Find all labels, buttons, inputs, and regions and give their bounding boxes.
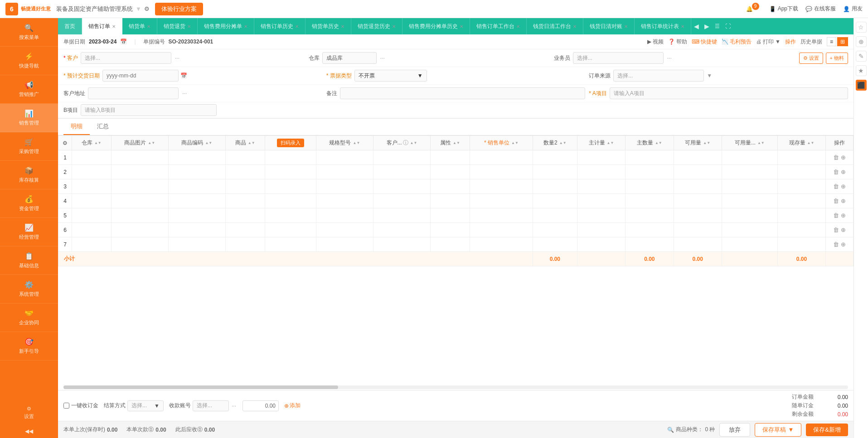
col-main-unit[interactable]: 主计量▲▼ bbox=[577, 136, 625, 150]
customer-input[interactable]: 选择... bbox=[81, 52, 171, 64]
view-card-button[interactable]: ⊞ bbox=[837, 37, 848, 46]
profit-button[interactable]: 📉 毛利预告 bbox=[722, 38, 752, 46]
sidebar-settings-button[interactable]: ⚙ 设置 bbox=[0, 401, 58, 424]
col-warehouse[interactable]: 仓库▲▼ bbox=[72, 136, 112, 150]
row-delete-button[interactable]: 🗑 bbox=[833, 226, 839, 233]
col-customer-code[interactable]: 客户... ⓘ▲▼ bbox=[373, 136, 430, 150]
tab-order-workbench[interactable]: 销售订单工作台 ✕ bbox=[470, 18, 527, 34]
col-current[interactable]: 现存量▲▼ bbox=[777, 136, 825, 150]
tab-order-history[interactable]: 销售订单历史 ✕ bbox=[254, 18, 305, 34]
view-video-button[interactable]: ▶ 视频 bbox=[647, 38, 664, 46]
calendar-icon[interactable]: 📅 bbox=[180, 72, 187, 79]
history-button[interactable]: 历史单据 bbox=[800, 38, 822, 46]
online-service-button[interactable]: 💬 在线客服 bbox=[805, 5, 836, 13]
shortcut-button[interactable]: ⌨ 快捷键 bbox=[692, 38, 717, 46]
a-project-input[interactable]: 请输入A项目 bbox=[610, 87, 848, 99]
sidebar-item-purchase[interactable]: 🛒 采购管理 bbox=[0, 132, 58, 161]
staff-more-button[interactable]: ··· bbox=[666, 55, 673, 61]
tab-fullscreen-button[interactable]: ⛶ bbox=[723, 18, 733, 34]
invoice-type-select[interactable]: 不开票 ▼ bbox=[354, 70, 427, 82]
tab-expense-history[interactable]: 销售费用分摊单历史 ✕ bbox=[402, 18, 470, 34]
sidebar-item-guide[interactable]: 🎯 新手引导 bbox=[0, 332, 58, 361]
tab-stats[interactable]: 销售订单统计表 ✕ bbox=[635, 18, 691, 34]
tab-return-history[interactable]: 销货退货历史 ✕ bbox=[351, 18, 402, 34]
tab-invoice-history[interactable]: 销货单历史 ✕ bbox=[305, 18, 351, 34]
tab-sales-expense[interactable]: 销售费用分摊单 ✕ bbox=[198, 18, 254, 34]
tab-close-icon[interactable]: ✕ bbox=[460, 24, 463, 29]
tab-close-icon[interactable]: ✕ bbox=[516, 24, 520, 29]
industry-plan-button[interactable]: 体验行业方案 bbox=[155, 3, 203, 15]
warehouse-input[interactable]: 成品库 bbox=[322, 52, 377, 64]
col-product[interactable]: 商品▲▼ bbox=[225, 136, 265, 150]
sidebar-item-basic[interactable]: 📋 基础信息 bbox=[0, 246, 58, 275]
row-copy-button[interactable]: ⊕ bbox=[841, 212, 846, 219]
tab-detail[interactable]: 明细 bbox=[63, 119, 90, 135]
save-draft-button[interactable]: 保存草稿 ▼ bbox=[755, 423, 801, 437]
tab-close-icon[interactable]: ✕ bbox=[244, 24, 247, 29]
horizontal-scrollbar[interactable] bbox=[58, 385, 853, 390]
tab-close-icon[interactable]: ✕ bbox=[624, 24, 628, 29]
calendar-icon[interactable]: 📅 bbox=[120, 39, 127, 45]
tab-close-icon[interactable]: ✕ bbox=[147, 24, 150, 29]
row-copy-button[interactable]: ⊕ bbox=[841, 183, 846, 190]
settings-icon[interactable]: ⚙ bbox=[63, 140, 68, 146]
material-button[interactable]: + 物料 bbox=[826, 53, 848, 64]
col-main-qty[interactable]: 主数量▲▼ bbox=[626, 136, 674, 150]
order-source-dropdown-icon[interactable]: ▼ bbox=[707, 72, 712, 79]
right-tool-5[interactable]: ⬛ bbox=[856, 80, 867, 91]
bank-account-select[interactable]: 选择... bbox=[193, 400, 229, 411]
col-code[interactable]: 商品编码▲▼ bbox=[168, 136, 225, 150]
scan-input-button[interactable]: 扫码录入 bbox=[277, 139, 304, 147]
col-available2[interactable]: 可用量...▲▼ bbox=[722, 136, 777, 150]
col-settings[interactable]: ⚙ bbox=[58, 136, 72, 150]
sidebar-item-finance[interactable]: 💰 资金管理 bbox=[0, 189, 58, 218]
bank-more-button[interactable]: ··· bbox=[231, 403, 237, 409]
b-project-input[interactable]: 请输入B项目 bbox=[81, 104, 217, 116]
tab-close-icon[interactable]: ✕ bbox=[392, 24, 396, 29]
right-tool-2[interactable]: ⊕ bbox=[856, 36, 867, 47]
user-menu-button[interactable]: 👤 用友 bbox=[843, 5, 863, 13]
row-delete-button[interactable]: 🗑 bbox=[833, 197, 839, 204]
sidebar-item-enterprise[interactable]: 🤝 企业协同 bbox=[0, 303, 58, 332]
tab-close-icon[interactable]: ✕ bbox=[187, 24, 191, 29]
sidebar-item-quicknav[interactable]: ⚡ 快捷导航 bbox=[0, 47, 58, 75]
sidebar-item-search[interactable]: 🔍 搜索菜单 bbox=[0, 18, 58, 47]
staff-input[interactable]: 选择... bbox=[573, 52, 664, 64]
delivery-date-input[interactable]: 📅 bbox=[102, 70, 187, 82]
quick-settle-check[interactable] bbox=[63, 403, 69, 409]
tab-sales-order[interactable]: 销售订单 ✕ bbox=[82, 18, 122, 34]
sidebar-item-operations[interactable]: 📈 经营管理 bbox=[0, 218, 58, 246]
setup-button[interactable]: ⚙ 设置 bbox=[799, 53, 823, 64]
right-tool-1[interactable]: ☆ bbox=[856, 22, 867, 33]
tab-close-icon[interactable]: ✕ bbox=[295, 24, 299, 29]
settings-gear-icon[interactable]: ⚙ bbox=[144, 5, 150, 12]
sidebar-item-marketing[interactable]: 📢 营销推广 bbox=[0, 75, 58, 104]
row-delete-button[interactable]: 🗑 bbox=[833, 154, 839, 161]
settle-method-select[interactable]: 选择... ▼ bbox=[127, 400, 164, 411]
tab-home[interactable]: 首页 bbox=[58, 18, 82, 34]
col-unit[interactable]: * 销售单位▲▼ bbox=[470, 136, 533, 150]
amount-input[interactable] bbox=[242, 400, 279, 411]
print-button[interactable]: 🖨 打印 ▼ bbox=[756, 38, 781, 46]
save-new-button[interactable]: 保存&新增 bbox=[806, 424, 848, 436]
tab-summary[interactable]: 汇总 bbox=[90, 119, 116, 135]
row-delete-button[interactable]: 🗑 bbox=[833, 183, 839, 190]
tab-daily-workbench[interactable]: 钱货日清工作台 ✕ bbox=[527, 18, 583, 34]
col-qty2[interactable]: 数量2▲▼ bbox=[533, 136, 577, 150]
tab-reconcile[interactable]: 钱货日清对账 ✕ bbox=[583, 18, 635, 34]
quick-settle-checkbox[interactable]: 一键收订金 bbox=[63, 402, 98, 409]
scrollbar-thumb[interactable] bbox=[63, 385, 338, 389]
row-delete-button[interactable]: 🗑 bbox=[833, 168, 839, 175]
customer-more-button[interactable]: ··· bbox=[174, 55, 180, 61]
notes-input[interactable] bbox=[340, 87, 586, 99]
sidebar-item-inventory[interactable]: 📦 库存核算 bbox=[0, 161, 58, 189]
right-tool-3[interactable]: ✎ bbox=[856, 51, 867, 62]
app-download-button[interactable]: 📱 App下载 bbox=[769, 5, 798, 13]
tab-sales-return[interactable]: 销货退货 ✕ bbox=[157, 18, 198, 34]
right-tool-4[interactable]: ★ bbox=[856, 65, 867, 76]
order-source-input[interactable]: 选择... bbox=[613, 70, 704, 82]
notification-button[interactable]: 🔔 9 bbox=[746, 5, 762, 13]
row-delete-button[interactable]: 🗑 bbox=[833, 241, 839, 248]
tab-sales-invoice[interactable]: 销货单 ✕ bbox=[122, 18, 157, 34]
tab-next-button[interactable]: ▶ bbox=[702, 18, 712, 34]
